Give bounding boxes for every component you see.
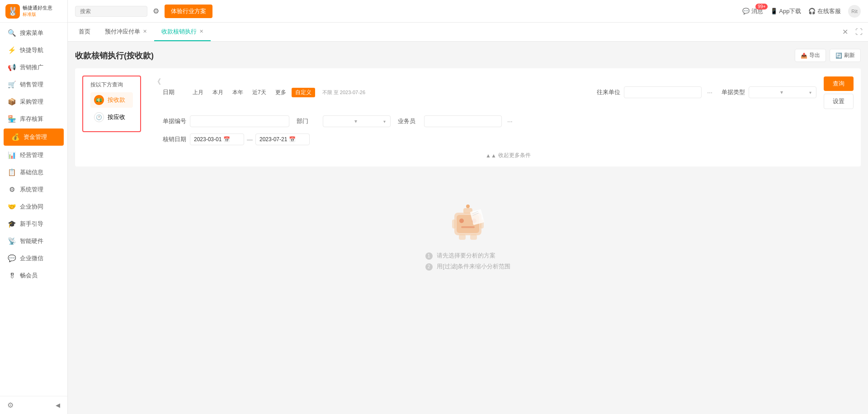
- sidebar-item-sales[interactable]: 🛒 销售管理: [0, 76, 67, 93]
- sales-icon: 🛒: [7, 81, 16, 89]
- salesman-label: 业务员: [398, 117, 420, 125]
- online-service-link[interactable]: 🎧 在线客服: [808, 7, 841, 15]
- collab-icon: 🤝: [7, 203, 16, 211]
- finance-icon: 💰: [11, 133, 20, 141]
- department-filter: 部门 ▾: [297, 115, 391, 127]
- tab-close-prepay[interactable]: ✕: [143, 29, 147, 34]
- sidebar-item-management[interactable]: 📊 经营管理: [0, 147, 67, 164]
- collapse-more-button[interactable]: ▲▲ 收起更多条件: [486, 152, 531, 159]
- sidebar-item-label: 资金管理: [24, 133, 47, 141]
- collapse-more-area: ▲▲ 收起更多条件: [163, 152, 854, 159]
- sidebar-item-collab[interactable]: 🤝 企业协同: [0, 198, 67, 215]
- salesman-more-icon[interactable]: ···: [505, 118, 514, 125]
- query-type-by-receivable[interactable]: 🕐 按应收: [90, 109, 133, 125]
- sidebar-item-guide[interactable]: 🎓 新手引导: [0, 215, 67, 233]
- page-actions: 📤 导出 🔄 刷新: [795, 49, 861, 62]
- verify-date-start-value: 2023-03-01: [194, 136, 222, 143]
- tab-writeoff[interactable]: 收款核销执行 ✕: [154, 23, 211, 41]
- sidebar-bottom: ⚙ ◀: [0, 396, 67, 414]
- collapse-icon: ▲▲: [486, 152, 496, 159]
- main-area: ⚙ 体验行业方案 💬 消息 99+ 📱 App下载 🎧 在线客服 Rit: [68, 0, 868, 414]
- avatar[interactable]: Rit: [848, 5, 861, 18]
- filter-panel: 按以下方查询 💵 按收款 🕐 按应收: [75, 68, 861, 167]
- department-select[interactable]: ▾: [323, 115, 391, 127]
- bill-no-input[interactable]: [190, 115, 289, 127]
- empty-tips: 1 请先选择要分析的方案 2 用[过滤]条件来缩小分析范围: [425, 252, 511, 273]
- app-download-link[interactable]: 📱 App下载: [770, 7, 801, 15]
- sidebar-item-finance[interactable]: 💰 资金管理: [4, 128, 64, 146]
- sidebar-item-label: 企业微信: [20, 254, 43, 262]
- date-tab-this-year[interactable]: 本年: [229, 88, 247, 97]
- marketing-icon: 📢: [7, 63, 16, 71]
- department-label: 部门: [297, 117, 319, 125]
- sidebar-item-hardware[interactable]: 📡 智能硬件: [0, 233, 67, 250]
- topbar-right: 💬 消息 99+ 📱 App下载 🎧 在线客服 Rit: [742, 5, 861, 18]
- search-menu-icon: 🔍: [7, 29, 16, 37]
- logo-area: 🐰 畅捷通好生意 标准版: [0, 0, 67, 23]
- basic-icon: 📋: [7, 168, 16, 176]
- date-tab-7days[interactable]: 近7天: [249, 88, 270, 97]
- verify-date-start-input[interactable]: 2023-03-01 📅: [190, 133, 244, 145]
- empty-state: 1 请先选择要分析的方案 2 用[过滤]条件来缩小分析范围: [75, 172, 861, 300]
- filter-fields: 日期 上月 本月 本年 近7天 更多 自定义 不限 至 2023-07-26: [163, 76, 854, 159]
- date-tab-last-month[interactable]: 上月: [189, 88, 207, 97]
- wechat-icon: 💬: [7, 254, 16, 262]
- topbar: ⚙ 体验行业方案 💬 消息 99+ 📱 App下载 🎧 在线客服 Rit: [68, 0, 868, 23]
- solution-button[interactable]: 体验行业方案: [165, 5, 212, 18]
- counterparty-more-icon[interactable]: ···: [705, 89, 714, 96]
- query-button[interactable]: 查询: [824, 76, 854, 91]
- sidebar-item-marketing[interactable]: 📢 营销推广: [0, 59, 67, 76]
- sidebar-item-system[interactable]: ⚙ 系统管理: [0, 181, 67, 198]
- page-header: 收款核销执行(按收款) 📤 导出 🔄 刷新: [75, 49, 861, 62]
- search-input[interactable]: [75, 6, 147, 17]
- gear-icon[interactable]: ⚙: [153, 7, 159, 15]
- salesman-input[interactable]: [424, 115, 502, 127]
- sidebar-item-basic[interactable]: 📋 基础信息: [0, 164, 67, 181]
- tab-home[interactable]: 首页: [71, 23, 98, 41]
- export-button[interactable]: 📤 导出: [795, 49, 826, 62]
- svg-rect-7: [452, 219, 456, 228]
- query-type-by-receipt[interactable]: 💵 按收款: [90, 92, 133, 108]
- svg-rect-9: [459, 234, 466, 240]
- user-name: Rit: [851, 9, 857, 14]
- refresh-button[interactable]: 🔄 刷新: [830, 49, 861, 62]
- sidebar-item-wechat[interactable]: 💬 企业微信: [0, 250, 67, 267]
- system-icon: ⚙: [7, 186, 16, 194]
- verify-date-end-input[interactable]: 2023-07-21 📅: [255, 133, 310, 145]
- settings-button[interactable]: 设置: [824, 94, 854, 109]
- sidebar-item-search[interactable]: 🔍 搜索菜单: [0, 24, 67, 42]
- topbar-left: ⚙ 体验行业方案: [75, 5, 212, 18]
- service-icon: 🎧: [808, 8, 816, 14]
- tip-num-1: 1: [425, 252, 433, 260]
- tab-prepay[interactable]: 预付冲应付单 ✕: [98, 23, 154, 41]
- counterparty-input[interactable]: [624, 86, 702, 98]
- date-tab-more[interactable]: 更多: [272, 88, 290, 97]
- bill-type-select[interactable]: ▾: [749, 86, 816, 98]
- sidebar-item-quicknav[interactable]: ⚡ 快捷导航: [0, 42, 67, 59]
- date-tab-this-month[interactable]: 本月: [209, 88, 227, 97]
- tab-close-writeoff[interactable]: ✕: [199, 29, 203, 34]
- message-area[interactable]: 💬 消息 99+: [742, 7, 763, 15]
- sidebar-item-label: 搜索菜单: [20, 29, 43, 37]
- sidebar-collapse-btn[interactable]: ◀: [56, 402, 60, 409]
- tab-expand-button[interactable]: ⛶: [854, 26, 864, 38]
- tab-close-button[interactable]: ✕: [840, 26, 850, 38]
- tip-num-2: 2: [425, 263, 433, 271]
- sidebar-item-label: 企业协同: [20, 203, 43, 211]
- verify-date-end-value: 2023-07-21: [259, 136, 287, 143]
- sidebar-item-inventory[interactable]: 🏪 库存核算: [0, 110, 67, 128]
- sidebar-item-label: 快捷导航: [20, 46, 43, 54]
- calendar-end-icon[interactable]: 📅: [289, 136, 296, 143]
- date-tab-custom[interactable]: 自定义: [292, 88, 315, 97]
- date-filter: 日期 上月 本月 本年 近7天 更多 自定义: [163, 88, 315, 97]
- collapse-left-btn[interactable]: 《: [152, 76, 163, 89]
- page: 收款核销执行(按收款) 📤 导出 🔄 刷新 按以: [68, 42, 868, 414]
- svg-point-6: [466, 205, 470, 208]
- sidebar-item-label: 销售管理: [20, 81, 43, 89]
- message-icon: 💬: [742, 8, 750, 14]
- member-icon: 🎖: [7, 272, 16, 280]
- sidebar-item-purchase[interactable]: 📦 采购管理: [0, 93, 67, 110]
- calendar-start-icon[interactable]: 📅: [223, 136, 230, 143]
- sidebar-item-member[interactable]: 🎖 畅会员: [0, 267, 67, 284]
- sidebar-settings-icon[interactable]: ⚙: [7, 401, 14, 409]
